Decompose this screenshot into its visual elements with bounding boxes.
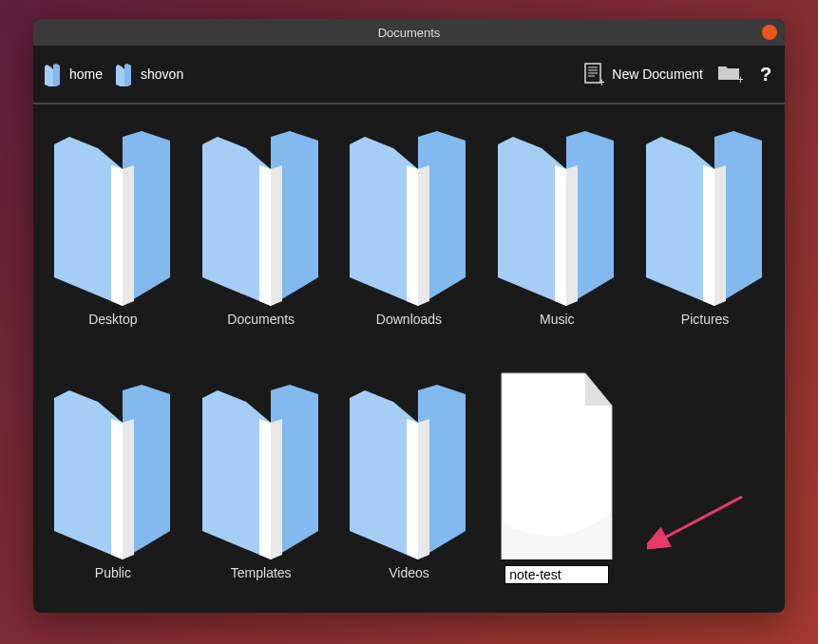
folder-icon — [342, 369, 475, 559]
toolbar-actions: New Document ? — [583, 61, 775, 87]
breadcrumb-label: home — [69, 66, 103, 82]
item-label: Videos — [389, 565, 429, 580]
folder-icon — [195, 116, 328, 306]
item-label: Pictures — [681, 312, 730, 327]
new-folder-button[interactable] — [716, 61, 743, 87]
file-manager-window: Documents home shovon New Document ? — [33, 19, 785, 613]
folder-icon — [342, 116, 475, 306]
file-item[interactable] — [486, 369, 627, 612]
folder-item[interactable]: Pictures — [635, 116, 775, 358]
folder-item[interactable]: Public — [43, 369, 183, 612]
folder-item[interactable]: Videos — [339, 369, 480, 612]
folder-add-icon — [716, 61, 743, 84]
item-label: Downloads — [376, 312, 442, 327]
folder-icon — [47, 369, 180, 559]
document-add-icon — [583, 62, 604, 86]
breadcrumb: home shovon — [43, 62, 183, 86]
folder-icon — [195, 369, 328, 559]
file-grid: Desktop Documents Downloads Music Pictur… — [33, 104, 785, 613]
folder-icon — [638, 116, 771, 306]
item-label: Documents — [227, 312, 295, 327]
breadcrumb-label: shovon — [141, 66, 183, 82]
item-label: Desktop — [88, 312, 137, 327]
folder-item[interactable]: Templates — [191, 369, 332, 612]
folder-item[interactable]: Music — [486, 116, 627, 358]
item-label: Public — [95, 565, 131, 580]
folder-icon — [47, 116, 180, 306]
folder-item[interactable]: Desktop — [43, 116, 183, 358]
new-document-button[interactable]: New Document — [583, 62, 703, 86]
item-label: Music — [540, 312, 575, 327]
breadcrumb-shovon[interactable]: shovon — [114, 62, 183, 86]
new-document-label: New Document — [612, 66, 703, 82]
help-button[interactable]: ? — [756, 64, 775, 85]
file-icon — [490, 369, 623, 559]
folder-icon — [490, 116, 623, 306]
titlebar[interactable]: Documents — [33, 19, 785, 46]
folder-icon — [43, 62, 64, 86]
window-title: Documents — [378, 26, 441, 40]
toolbar: home shovon New Document ? — [33, 46, 785, 104]
folder-item[interactable]: Downloads — [339, 116, 480, 358]
folder-icon — [114, 62, 135, 86]
breadcrumb-home[interactable]: home — [43, 62, 103, 86]
close-icon[interactable] — [762, 25, 777, 40]
item-label: Templates — [231, 565, 292, 580]
folder-item[interactable]: Documents — [191, 116, 332, 358]
rename-input[interactable] — [504, 565, 609, 584]
